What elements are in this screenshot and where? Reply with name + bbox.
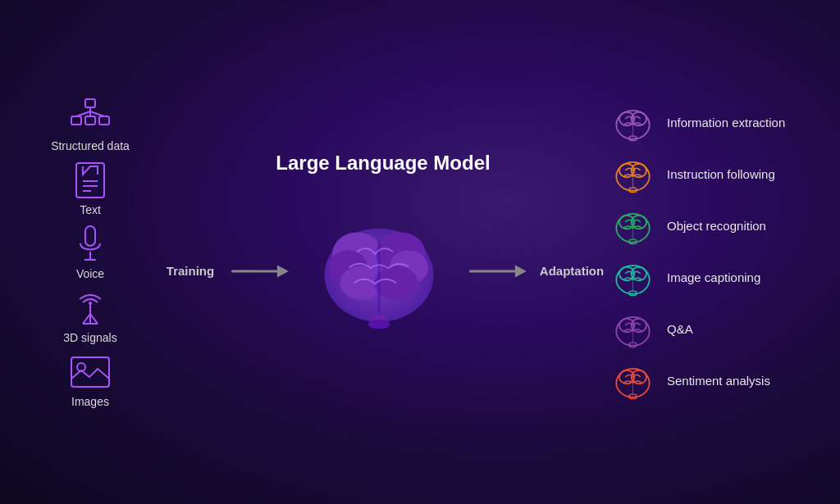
- svg-rect-3: [99, 116, 109, 125]
- brain-center-icon: [297, 189, 461, 353]
- input-text: Text: [69, 161, 112, 216]
- sentiment-analysis-brain-icon: [610, 359, 655, 404]
- structured-data-label: Structured data: [51, 139, 130, 152]
- center-column: Large Language Model Training: [156, 152, 610, 353]
- sentiment-analysis-label: Sentiment analysis: [667, 373, 770, 389]
- main-container: Structured data Text: [0, 0, 840, 504]
- main-title: Large Language Model: [276, 152, 490, 175]
- input-voice: Voice: [69, 225, 112, 280]
- output-instruction-following: Instruction following: [610, 152, 815, 198]
- image-captioning-label: Image captioning: [667, 270, 760, 286]
- svg-line-17: [90, 314, 98, 324]
- instruction-following-label: Instruction following: [667, 166, 775, 183]
- output-sentiment-analysis: Sentiment analysis: [610, 359, 815, 404]
- info-extraction-brain-icon: [610, 101, 655, 146]
- svg-rect-1: [71, 116, 81, 125]
- 3d-signals-icon: [69, 288, 112, 328]
- adaptation-label: Adaptation: [540, 264, 604, 278]
- svg-rect-20: [71, 357, 109, 387]
- structured-data-icon: [69, 97, 112, 136]
- svg-marker-23: [277, 265, 289, 277]
- svg-rect-0: [85, 99, 95, 107]
- voice-label: Voice: [76, 267, 104, 280]
- svg-point-33: [368, 319, 390, 328]
- text-icon: [69, 161, 112, 200]
- output-image-captioning: Image captioning: [610, 256, 815, 301]
- images-label: Images: [71, 395, 109, 408]
- flow-row: Training: [158, 189, 609, 353]
- image-captioning-brain-icon: [610, 256, 655, 301]
- training-arrow: [231, 259, 289, 284]
- svg-line-16: [83, 314, 90, 324]
- svg-rect-2: [85, 116, 95, 125]
- instruction-following-brain-icon: [610, 152, 655, 198]
- output-object-recognition: Object recognition: [610, 204, 815, 249]
- input-3d-signals: 3D signals: [63, 288, 116, 344]
- object-recognition-brain-icon: [610, 204, 655, 249]
- text-label: Text: [80, 203, 101, 216]
- 3d-signals-label: 3D signals: [63, 331, 116, 344]
- svg-point-19: [89, 302, 92, 305]
- object-recognition-label: Object recognition: [667, 218, 766, 234]
- outputs-column: Information extraction Instruction follo…: [610, 101, 815, 404]
- qa-label: Q&A: [667, 321, 693, 338]
- adaptation-arrow: [469, 259, 527, 284]
- output-qa: Q&A: [610, 307, 815, 352]
- svg-rect-12: [85, 226, 95, 246]
- output-info-extraction: Information extraction: [610, 101, 815, 146]
- svg-marker-35: [515, 265, 527, 277]
- qa-brain-icon: [610, 307, 655, 352]
- inputs-column: Structured data Text: [25, 97, 156, 408]
- training-label: Training: [167, 264, 214, 278]
- voice-icon: [69, 225, 112, 264]
- info-extraction-label: Information extraction: [667, 115, 785, 131]
- input-structured-data: Structured data: [51, 97, 130, 152]
- images-icon: [69, 352, 112, 392]
- input-images: Images: [69, 352, 112, 408]
